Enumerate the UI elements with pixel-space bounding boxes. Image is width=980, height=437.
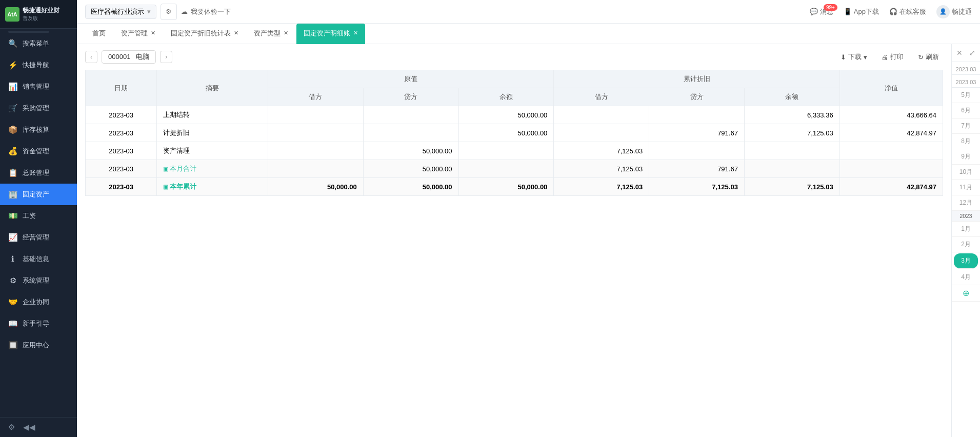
chevron-left-icon: ‹: [90, 53, 92, 61]
action-buttons: ⬇ 下载 ▾ 🖨 打印 ↻ 刷新: [836, 50, 943, 64]
collapse-icon[interactable]: ◀◀: [23, 423, 35, 432]
timeline-scroll-down[interactable]: ⊕: [952, 285, 980, 302]
chevron-right-icon: ›: [165, 53, 167, 61]
tab-asset-type[interactable]: 资产类型 ✕: [247, 24, 295, 44]
payroll-icon: 💵: [8, 211, 17, 221]
sidebar-header-text: 畅捷通好业财 普及版: [23, 6, 59, 22]
cell-net-value: [839, 160, 943, 178]
cell-ov-credit: [363, 106, 458, 124]
cell-net-value: 42,874.97: [839, 178, 943, 196]
download-button[interactable]: ⬇ 下载 ▾: [836, 50, 871, 64]
sidebar-footer: ⚙ ◀◀: [0, 417, 77, 437]
app-download-item[interactable]: 📱 App下载: [844, 7, 879, 16]
timeline-month-12[interactable]: 12月: [952, 195, 980, 211]
tab-depreciation-table[interactable]: 固定资产折旧统计表 ✕: [164, 24, 246, 44]
tab-asset-detail[interactable]: 固定资产明细账 ✕: [296, 24, 365, 44]
user-item[interactable]: 👤 畅捷通: [936, 5, 972, 18]
tab-close-icon[interactable]: ✕: [284, 30, 288, 36]
sidebar-item-system[interactable]: ⚙ 系统管理: [0, 270, 77, 291]
company-selector[interactable]: 医疗器械行业演示 ▾: [85, 5, 156, 19]
sidebar-item-quicknav[interactable]: ⚡ 快捷导航: [0, 54, 77, 76]
building-icon: 🏢: [8, 190, 17, 199]
prev-asset-button[interactable]: ‹: [85, 51, 97, 63]
timeline-month-7[interactable]: 7月: [952, 118, 980, 134]
cell-ad-credit: [649, 106, 745, 124]
dropdown-arrow-icon: ▾: [864, 53, 867, 61]
timeline-month-8[interactable]: 8月: [952, 134, 980, 149]
table-row: 2023-03 上期结转 50,000.00 6,333.36 43,666.6…: [86, 106, 943, 124]
timeline-month-2[interactable]: 2月: [952, 237, 980, 252]
cell-ov-balance: 50,000.00: [458, 106, 554, 124]
trend-icon: 📈: [8, 233, 17, 242]
app-download-label: App下载: [854, 7, 879, 16]
sidebar-item-capital[interactable]: 💰 资金管理: [0, 141, 77, 162]
timeline-month-9[interactable]: 9月: [952, 149, 980, 165]
cell-ad-balance: [744, 142, 839, 160]
sidebar: AtA 畅捷通好业财 普及版 🔍 搜索菜单 ⚡ 快捷导航 📊 销售管理 🛒 采购…: [0, 0, 77, 437]
next-asset-button[interactable]: ›: [160, 51, 172, 63]
cell-ad-debit: [554, 106, 649, 124]
sidebar-item-label: 库存核算: [23, 125, 49, 134]
sidebar-item-enterprise[interactable]: 🤝 企业协同: [0, 291, 77, 313]
online-service-item[interactable]: 🎧 在线客服: [889, 7, 926, 16]
sidebar-item-ledger[interactable]: 📋 总账管理: [0, 162, 77, 184]
cell-ad-credit: 791.67: [649, 124, 745, 142]
print-button[interactable]: 🖨 打印: [877, 50, 908, 64]
panel-collapse-icon[interactable]: ✕: [955, 47, 965, 58]
sidebar-item-label: 快捷导航: [23, 61, 49, 70]
sidebar-nav: 🔍 搜索菜单 ⚡ 快捷导航 📊 销售管理 🛒 采购管理 📦 库存核算 💰 资金管…: [0, 33, 77, 417]
tab-home[interactable]: 首页: [85, 24, 113, 44]
dropdown-icon: ▾: [147, 8, 151, 15]
sidebar-item-basic-info[interactable]: ℹ 基础信息: [0, 248, 77, 270]
notifications-item[interactable]: 💬 消息 99+: [810, 7, 833, 16]
timeline-month-1[interactable]: 1月: [952, 222, 980, 237]
cell-summary: 计提折旧: [157, 124, 268, 142]
sidebar-item-label: 总账管理: [23, 168, 49, 177]
tab-label: 资产管理: [121, 29, 148, 38]
tab-bar: 首页 资产管理 ✕ 固定资产折旧统计表 ✕ 资产类型 ✕ 固定资产明细账 ✕: [77, 24, 980, 44]
sidebar-item-label: 采购管理: [23, 104, 49, 113]
timeline-month-11[interactable]: 11月: [952, 180, 980, 195]
sidebar-item-app-center[interactable]: 🔲 应用中心: [0, 334, 77, 356]
sidebar-item-guide[interactable]: 📖 新手引导: [0, 313, 77, 334]
tab-close-icon[interactable]: ✕: [353, 30, 358, 36]
online-service-label: 在线客服: [899, 7, 926, 16]
refresh-icon: ↻: [918, 53, 924, 61]
cell-ad-debit: 7,125.03: [554, 142, 649, 160]
gear-icon: ⚙: [8, 276, 17, 285]
sidebar-item-operations[interactable]: 📈 经营管理: [0, 227, 77, 248]
tab-asset-management[interactable]: 资产管理 ✕: [114, 24, 163, 44]
timeline-month-3[interactable]: 3月: [954, 253, 978, 269]
tab-close-icon[interactable]: ✕: [151, 30, 155, 36]
panel-expand-icon[interactable]: ⤢: [968, 47, 977, 58]
data-table: 日期 摘要 原值 累计折旧 净值 借方 贷方 余额 借方 贷方 余额: [85, 70, 943, 196]
sidebar-item-fixed-assets[interactable]: 🏢 固定资产: [0, 184, 77, 205]
cell-ad-balance: 6,333.36: [744, 106, 839, 124]
headset-icon: 🎧: [889, 8, 897, 15]
timeline-month-5[interactable]: 5月: [952, 88, 980, 103]
sidebar-item-sales[interactable]: 📊 销售管理: [0, 76, 77, 97]
timeline-month-10[interactable]: 10月: [952, 165, 980, 180]
sidebar-item-payroll[interactable]: 💵 工资: [0, 205, 77, 227]
sidebar-item-label: 系统管理: [23, 276, 49, 285]
company-settings-icon[interactable]: ⚙: [161, 4, 177, 20]
col-ov-credit-header: 贷方: [363, 88, 458, 106]
settings-footer-icon[interactable]: ⚙: [8, 423, 15, 432]
table-row: 2023-03 计提折旧 50,000.00 791.67 7,125.03 4…: [86, 124, 943, 142]
timeline-month-4[interactable]: 4月: [952, 270, 980, 285]
sidebar-item-purchase[interactable]: 🛒 采购管理: [0, 97, 77, 119]
cell-net-value: 42,874.97: [839, 124, 943, 142]
bell-icon: 💬: [810, 8, 818, 15]
experience-button[interactable]: ☁ 我要体验一下: [181, 7, 231, 16]
col-date-header: 日期: [86, 70, 157, 106]
sidebar-item-search[interactable]: 🔍 搜索菜单: [0, 33, 77, 54]
asset-code-tag: 000001 电脑: [102, 50, 156, 64]
sidebar-item-inventory[interactable]: 📦 库存核算: [0, 119, 77, 141]
timeline-month-6[interactable]: 6月: [952, 103, 980, 118]
cell-date: 2023-03: [86, 178, 157, 196]
info-icon: ℹ: [8, 254, 17, 264]
refresh-button[interactable]: ↻ 刷新: [914, 50, 943, 64]
phone-icon: 📱: [844, 8, 852, 15]
tab-close-icon[interactable]: ✕: [234, 30, 238, 36]
sidebar-item-label: 应用中心: [23, 341, 49, 350]
